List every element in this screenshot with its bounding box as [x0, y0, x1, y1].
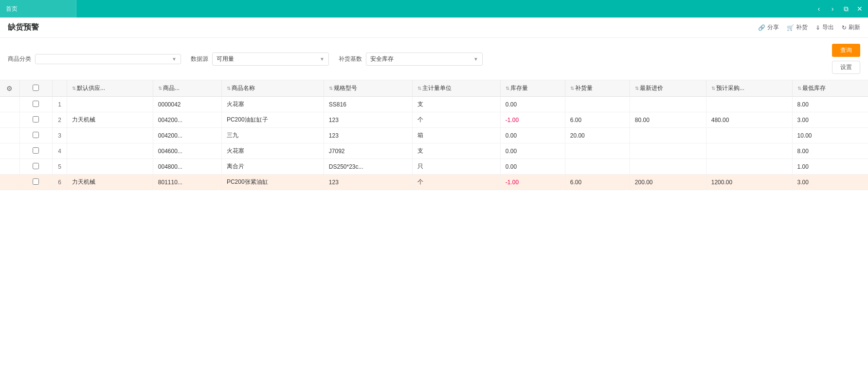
row-checkbox-cell[interactable] — [19, 128, 53, 143]
nav-prev-btn[interactable]: ‹ — [813, 2, 825, 15]
row-latest-price: 200.00 — [630, 175, 706, 190]
replenish-btn[interactable]: 🛒 补货 — [787, 23, 808, 32]
settings-button[interactable]: 设置 — [832, 61, 860, 74]
category-select[interactable]: ▼ — [35, 54, 181, 64]
column-product-name: ⇅商品名称 — [221, 80, 324, 97]
column-replenish-qty: ⇅补货量 — [565, 80, 630, 97]
row-stock: 0.00 — [500, 143, 565, 159]
row-number: 1 — [53, 97, 67, 112]
column-product-code: ⇅商品... — [153, 80, 221, 97]
row-product-name: 火花塞 — [221, 143, 324, 159]
row-product-code: 801110... — [153, 175, 221, 190]
row-default-supplier: 力天机械 — [67, 175, 153, 190]
export-icon: ⇓ — [815, 24, 820, 31]
nav-restore-btn[interactable]: ⧉ — [840, 2, 852, 15]
replenish-label: 补货 — [796, 23, 808, 32]
column-stock: ⇅库存量 — [500, 80, 565, 97]
category-filter-label: 商品分类 — [8, 55, 31, 63]
export-label: 导出 — [822, 23, 834, 32]
replenish-icon: 🛒 — [787, 24, 794, 31]
row-checkbox[interactable] — [33, 132, 39, 138]
row-gear-cell — [0, 175, 19, 190]
page-header: 缺货预警 🔗 分享 🛒 补货 ⇓ 导出 ↻ 刷新 — [0, 18, 868, 38]
header-actions: 🔗 分享 🛒 补货 ⇓ 导出 ↻ 刷新 — [758, 23, 860, 32]
row-spec: 123 — [324, 175, 412, 190]
filter-actions: 查询 设置 — [832, 44, 860, 74]
row-est-purchase — [706, 128, 792, 143]
datasource-select-value: 可用量 — [217, 55, 234, 63]
row-default-supplier — [67, 143, 153, 159]
row-est-purchase: 1200.00 — [706, 175, 792, 190]
table-body: 1 0000042 火花塞 SS816 支 0.00 8.00 2 力天机械 0… — [0, 97, 868, 190]
nav-tab-home[interactable]: 首页 — [0, 0, 76, 18]
share-label: 分享 — [767, 23, 779, 32]
row-checkbox[interactable] — [33, 101, 39, 107]
row-checkbox-cell[interactable] — [19, 112, 53, 128]
row-latest-price — [630, 97, 706, 112]
row-checkbox-cell[interactable] — [19, 159, 53, 175]
row-checkbox-cell[interactable] — [19, 175, 53, 190]
row-unit: 箱 — [412, 128, 500, 143]
refresh-btn[interactable]: ↻ 刷新 — [842, 23, 860, 32]
filter-bar: 商品分类 ▼ 数据源 可用量 ▼ 补货基数 安全库存 ▼ 查询 设置 — [0, 38, 868, 80]
row-spec: SS816 — [324, 97, 412, 112]
replenish-base-select[interactable]: 安全库存 ▼ — [366, 53, 483, 66]
table-row: 5 004800... 离合片 DS250*23c... 只 0.00 1.00 — [0, 159, 868, 175]
row-checkbox[interactable] — [33, 116, 39, 123]
row-spec: 123 — [324, 128, 412, 143]
column-gear[interactable]: ⚙ — [0, 80, 19, 97]
row-checkbox-cell[interactable] — [19, 97, 53, 112]
row-number: 3 — [53, 128, 67, 143]
table-row: 3 004200... 三九 123 箱 0.00 20.00 10.00 — [0, 128, 868, 143]
query-button[interactable]: 查询 — [832, 44, 860, 57]
row-latest-price — [630, 143, 706, 159]
row-default-supplier: 力天机械 — [67, 112, 153, 128]
replenish-base-chevron-icon: ▼ — [473, 56, 478, 62]
row-number: 6 — [53, 175, 67, 190]
column-default-supplier: ⇅默认供应... — [67, 80, 153, 97]
row-latest-price — [630, 128, 706, 143]
row-min-stock: 8.00 — [792, 97, 868, 112]
export-btn[interactable]: ⇓ 导出 — [815, 23, 834, 32]
nav-controls: ‹ › ⧉ ✕ — [811, 0, 868, 18]
select-all-checkbox[interactable] — [33, 85, 39, 91]
row-stock: 0.00 — [500, 159, 565, 175]
table-header-row: ⚙ ⇅默认供应... ⇅商品... ⇅商品名称 ⇅规格型号 ⇅主计量单位 ⇅库存… — [0, 80, 868, 97]
row-checkbox[interactable] — [33, 163, 39, 169]
row-gear-cell — [0, 97, 19, 112]
table-row: 2 力天机械 004200... PC200油缸缸子 123 个 -1.00 6… — [0, 112, 868, 128]
row-product-name: 火花塞 — [221, 97, 324, 112]
table-row: 1 0000042 火花塞 SS816 支 0.00 8.00 — [0, 97, 868, 112]
refresh-label: 刷新 — [849, 23, 860, 32]
row-min-stock: 1.00 — [792, 159, 868, 175]
row-default-supplier — [67, 128, 153, 143]
nav-close-btn[interactable]: ✕ — [853, 2, 866, 15]
replenish-base-value: 安全库存 — [370, 55, 394, 63]
row-replenish-qty: 6.00 — [565, 175, 630, 190]
row-checkbox[interactable] — [33, 178, 39, 185]
row-product-name: PC200张紧油缸 — [221, 175, 324, 190]
row-stock: 0.00 — [500, 97, 565, 112]
row-checkbox[interactable] — [33, 147, 39, 154]
nav-next-btn[interactable]: › — [826, 2, 839, 15]
row-checkbox-cell[interactable] — [19, 143, 53, 159]
share-btn[interactable]: 🔗 分享 — [758, 23, 779, 32]
replenish-base-label: 补货基数 — [339, 55, 362, 63]
datasource-select[interactable]: 可用量 ▼ — [212, 53, 329, 66]
row-min-stock: 3.00 — [792, 175, 868, 190]
nav-tabs: 首页拣货异常处理 ×现存量（库存状况表） ×现存量（库存分布表） ×库存批次账 … — [0, 0, 76, 18]
row-unit: 只 — [412, 159, 500, 175]
row-est-purchase — [706, 159, 792, 175]
row-replenish-qty: 20.00 — [565, 128, 630, 143]
row-latest-price — [630, 159, 706, 175]
datasource-chevron-icon: ▼ — [320, 56, 325, 62]
row-replenish-qty — [565, 143, 630, 159]
table-wrapper: ⚙ ⇅默认供应... ⇅商品... ⇅商品名称 ⇅规格型号 ⇅主计量单位 ⇅库存… — [0, 80, 868, 190]
gear-icon: ⚙ — [6, 85, 13, 92]
column-min-stock: ⇅最低库存 — [792, 80, 868, 97]
page-container: 缺货预警 🔗 分享 🛒 补货 ⇓ 导出 ↻ 刷新 商品分类 — [0, 18, 868, 387]
row-product-code: 0000042 — [153, 97, 221, 112]
data-table: ⚙ ⇅默认供应... ⇅商品... ⇅商品名称 ⇅规格型号 ⇅主计量单位 ⇅库存… — [0, 80, 868, 190]
page-title: 缺货预警 — [8, 22, 758, 33]
row-replenish-qty: 6.00 — [565, 112, 630, 128]
